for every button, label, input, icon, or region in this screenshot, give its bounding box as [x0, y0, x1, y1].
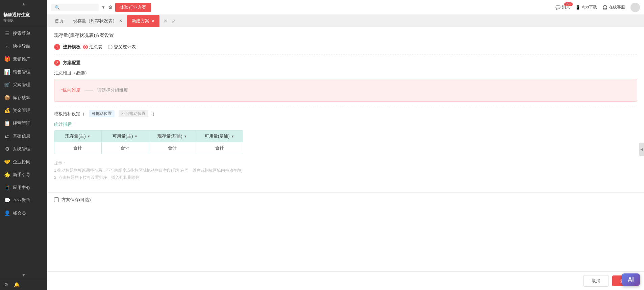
sidebar-scroll-down[interactable]: ▼: [0, 271, 47, 279]
stat-table: 现存量(主) ▼ 可用量(主) ▼ 现存量(基辅) ▼ 可用量(基辅): [54, 130, 243, 154]
badge-not-movable: 不可拖动位置: [119, 110, 148, 117]
sidebar-item-search-menu[interactable]: ☰ 搜索菜单: [0, 27, 47, 40]
logo-sub: 标准版: [3, 18, 44, 23]
avatar[interactable]: [630, 3, 640, 12]
tab-new-plan-label: 新建方案: [132, 18, 149, 24]
sidebar-logo: 畅康通好生意 标准版: [0, 8, 47, 27]
stat-col-2-label: 现存量(基辅): [157, 133, 182, 139]
stat-col-1-chevron: ▼: [134, 135, 138, 138]
dimension-label: 汇总维度（必选）: [54, 70, 637, 76]
radio-cross-dot: [108, 45, 113, 49]
sidebar-item-label: 畅会员: [13, 210, 26, 216]
sidebar-item-inventory[interactable]: 📦 库存核算: [0, 91, 47, 104]
footer-bar: 取消 查询: [47, 271, 644, 290]
sound-icon[interactable]: 🔔: [14, 282, 20, 287]
topbar-gear-icon[interactable]: ⚙: [108, 4, 113, 10]
cancel-button[interactable]: 取消: [583, 275, 609, 287]
sidebar-item-finance[interactable]: 💰 资金管理: [0, 104, 47, 117]
badge-movable: 可拖动位置: [89, 110, 115, 117]
stat-cell-0-2: 合计: [149, 142, 196, 154]
sidebar-scroll-up[interactable]: ▲: [0, 0, 47, 8]
stat-col-3[interactable]: 可用量(基辅) ▼: [196, 130, 243, 142]
indicator-label: 模板指标设定（: [54, 111, 85, 117]
tab-home[interactable]: 首页: [50, 15, 68, 27]
message-icon: 💬: [555, 5, 561, 10]
tab-new-plan-close-icon[interactable]: ✕: [151, 19, 155, 23]
stat-col-1[interactable]: 可用量(主) ▼: [102, 130, 149, 142]
radio-summary-label: 汇总表: [89, 44, 102, 50]
sidebar-item-label: 销售管理: [13, 69, 30, 75]
logo-title: 畅康通好生意: [3, 12, 44, 18]
radio-summary[interactable]: 汇总表: [83, 44, 102, 50]
message-button[interactable]: 💬 消息 99+: [555, 4, 570, 10]
section2-title: 方案配置: [63, 60, 80, 66]
sidebar-item-cooperation[interactable]: 🤝 企业协同: [0, 155, 47, 168]
collapse-handle[interactable]: ◀: [639, 143, 644, 156]
sidebar-item-app-center[interactable]: 📱 应用中心: [0, 181, 47, 194]
topbar-right: 💬 消息 99+ 📱 App下载 🎧 在线客服: [555, 3, 640, 12]
sidebar-scroll: ☰ 搜索菜单 ⌂ 快捷导航 🎁 营销推广 📊 销售管理 🛒 采购管理 📦 库存核…: [0, 27, 47, 271]
sidebar-item-system[interactable]: ⚙ 系统管理: [0, 143, 47, 155]
save-checkbox[interactable]: [54, 197, 59, 202]
app-label: App下载: [582, 4, 597, 10]
ai-badge[interactable]: Ai: [622, 273, 640, 286]
save-label: 方案保存(可选): [61, 197, 91, 203]
radio-cross[interactable]: 交叉统计表: [108, 44, 136, 50]
close-window-icon[interactable]: ✕: [162, 18, 169, 24]
sidebar-item-member[interactable]: 👤 畅会员: [0, 207, 47, 220]
stat-col-2-chevron: ▼: [184, 135, 187, 138]
stat-table-row-0: 合计 合计 合计 合计: [54, 142, 243, 154]
sidebar-item-label: 库存核算: [13, 95, 30, 101]
dimension-required-label: *纵向维度: [61, 87, 80, 93]
dimension-box[interactable]: *纵向维度 —— 请选择分组维度: [54, 79, 637, 102]
sidebar-item-label: 采购管理: [13, 82, 30, 88]
stat-cell-0-0: 合计: [54, 142, 102, 154]
stat-col-1-label: 可用量(主): [113, 133, 133, 139]
topbar-search[interactable]: 🔍: [51, 4, 99, 11]
service-button[interactable]: 🎧 在线客服: [602, 4, 625, 10]
radio-cross-label: 交叉统计表: [114, 44, 136, 50]
sidebar-item-label: 营销推广: [13, 56, 30, 62]
message-badge: 99+: [564, 2, 573, 6]
radio-summary-dot: [83, 45, 88, 49]
section2-header: 2 方案配置: [54, 60, 637, 66]
sidebar-item-label: 搜索菜单: [13, 30, 30, 37]
tips-item-0: 1.拖动标题栏可以调整布局，不可跨维度或指标区域拖动栏目字段(只能在同一维度或指…: [54, 167, 637, 174]
sidebar-item-purchase[interactable]: 🛒 采购管理: [0, 78, 47, 91]
sidebar-item-label: 新手引导: [13, 172, 30, 178]
sidebar-item-newbie[interactable]: 🌟 新手引导: [0, 168, 47, 181]
sidebar-item-operations[interactable]: 📋 经营管理: [0, 117, 47, 130]
tab-home-label: 首页: [55, 18, 64, 24]
stat-cell-0-3: 合计: [196, 142, 243, 154]
stat-section-label: 统计指标: [54, 121, 637, 127]
purchase-icon: 🛒: [4, 82, 10, 88]
service-icon: 🎧: [602, 5, 608, 10]
topbar-chevron-icon[interactable]: ▼: [101, 5, 105, 10]
sidebar-item-wechat[interactable]: 💬 企业微信: [0, 194, 47, 207]
trial-button[interactable]: 体验行业方案: [115, 3, 151, 12]
search-menu-icon: ☰: [4, 30, 10, 37]
sidebar-item-marketing[interactable]: 🎁 营销推广: [0, 53, 47, 66]
tips-title: 提示：: [54, 161, 66, 165]
app-center-icon: 📱: [4, 185, 10, 191]
sales-icon: 📊: [4, 69, 10, 75]
tab-inventory-close-icon[interactable]: ✕: [119, 19, 122, 23]
dimension-placeholder: 请选择分组维度: [97, 87, 128, 93]
sidebar-item-label: 基础信息: [13, 133, 30, 139]
stat-col-0[interactable]: 现存量(主) ▼: [54, 130, 102, 142]
app-download-button[interactable]: 📱 App下载: [575, 4, 597, 10]
sidebar-item-label: 资金管理: [13, 107, 30, 114]
tab-inventory-status[interactable]: 现存量（库存状况表） ✕: [68, 15, 127, 27]
expand-window-icon[interactable]: ⤢: [170, 18, 177, 24]
sidebar-item-base-info[interactable]: 🗂 基础信息: [0, 130, 47, 143]
wechat-icon: 💬: [4, 197, 10, 203]
sidebar-item-quick-nav[interactable]: ⌂ 快捷导航: [0, 40, 47, 53]
section1-num: 1: [54, 44, 60, 50]
settings-icon[interactable]: ⚙: [4, 282, 8, 287]
stat-col-2[interactable]: 现存量(基辅) ▼: [149, 130, 196, 142]
sidebar-item-sales[interactable]: 📊 销售管理: [0, 66, 47, 78]
indicator-label-suffix: ）: [152, 111, 157, 117]
tab-inventory-label: 现存量（库存状况表）: [73, 18, 117, 24]
tab-new-plan[interactable]: 新建方案 ✕: [127, 15, 159, 27]
sidebar-bottom: ⚙ 🔔: [0, 279, 47, 290]
